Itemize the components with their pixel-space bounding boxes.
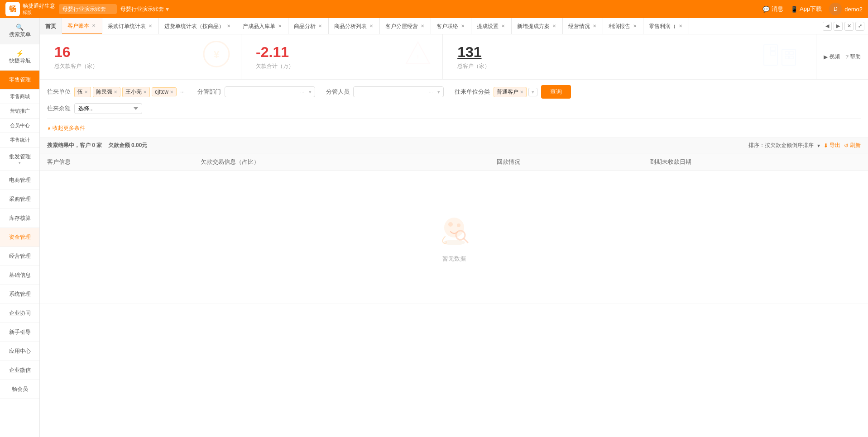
svg-point-15 [457, 223, 460, 227]
tab-customer-contact-close[interactable]: ✕ [460, 18, 465, 34]
sidebar-item-wholesale[interactable]: 批发管理 ▾ [0, 147, 39, 171]
sidebar-item-wechat[interactable]: 企业微信 [0, 361, 39, 380]
query-button[interactable]: 查询 [541, 85, 571, 99]
sidebar-item-search[interactable]: 🔍 搜索菜单 [0, 18, 39, 44]
username-label: demo2 [844, 6, 863, 13]
avatar: D [829, 3, 842, 15]
sidebar-item-operation[interactable]: 经营管理 [0, 247, 39, 266]
filter-tag-cjttcw-remove[interactable]: ✕ [170, 90, 173, 95]
filter-dept-wrapper: ▾ ··· [225, 86, 315, 97]
stat-value-customers[interactable]: 131 [457, 43, 481, 61]
logo-icon: 畅 [5, 2, 20, 16]
tab-customer-contact[interactable]: 客户联络 ✕ [431, 18, 471, 34]
tab-product-analysis-label: 商品分析 [294, 18, 316, 34]
tab-retail-profit[interactable]: 零售利润（ ✕ [643, 18, 689, 34]
industry-selector[interactable]: 母婴行业演示账套 [59, 4, 117, 14]
tab-customer-account-close[interactable]: ✕ [91, 18, 96, 34]
tab-production[interactable]: 产成品入库单 ✕ [237, 18, 288, 34]
collapse-btn[interactable]: ∧ 收起更多条件 [47, 121, 861, 136]
tab-customer-segment[interactable]: 客户分层经营 ✕ [380, 18, 431, 34]
filter-tag-wang-remove[interactable]: ✕ [143, 90, 147, 95]
tab-purchase-order-close[interactable]: ✕ [148, 18, 153, 34]
tab-customer-account[interactable]: 客户账本 ✕ [62, 18, 102, 34]
svg-rect-6 [771, 52, 775, 55]
sidebar-item-vip[interactable]: 畅会员 [0, 380, 39, 399]
tab-product-analysis-list[interactable]: 商品分析列表 ✕ [329, 18, 380, 34]
logo-text: 畅捷通好生意 [23, 3, 55, 10]
tab-retail-profit-close[interactable]: ✕ [678, 18, 683, 34]
sidebar-label-search: 搜索菜单 [2, 31, 38, 38]
tab-purchase-order[interactable]: 采购订单统计表 ✕ [102, 18, 159, 34]
sort-dropdown-icon[interactable]: ▾ [817, 142, 820, 149]
user-area[interactable]: D demo2 [829, 3, 863, 15]
message-btn[interactable]: 💬 消息 [762, 5, 783, 13]
dept-more-icon: ··· [300, 89, 304, 95]
customer-unit: 家 [96, 142, 102, 148]
filter-tag-normal-customer-remove[interactable]: ✕ [520, 90, 523, 95]
sidebar-item-ecommerce[interactable]: 电商管理 [0, 171, 39, 190]
tab-product-analysis-close[interactable]: ✕ [317, 18, 323, 34]
tab-product-analysis[interactable]: 商品分析 ✕ [288, 18, 329, 34]
download-label: App下载 [800, 5, 822, 13]
tab-product-analysis-list-close[interactable]: ✕ [369, 18, 374, 34]
filter-balance-select[interactable]: 选择... [74, 103, 142, 114]
tab-customer-segment-close[interactable]: ✕ [420, 18, 425, 34]
sort-label: 排序：按欠款金额倒序排序 [748, 142, 814, 149]
nav-tabs-bar: 首页 客户账本 ✕ 采购订单统计表 ✕ 进货单统计表（按商品） ✕ 产成品入库单… [40, 18, 868, 34]
page-content: ¥ 16 总欠款客户（家） ! [40, 34, 868, 437]
collapse-icon: ∧ [47, 125, 51, 132]
sidebar-item-newguide[interactable]: 新手引导 [0, 323, 39, 342]
top-bar-right: 💬 消息 📱 App下载 D demo2 [762, 3, 863, 15]
sidebar-item-inventory[interactable]: 库存核算 [0, 209, 39, 228]
tab-inbound-stat[interactable]: 进货单统计表（按商品） ✕ [159, 18, 237, 34]
tab-next-btn[interactable]: ▶ [834, 22, 843, 31]
tab-operation-status-close[interactable]: ✕ [592, 18, 597, 34]
sidebar-item-retail-shop[interactable]: 零售商城 [0, 90, 39, 104]
tab-product-analysis-list-label: 商品分析列表 [334, 18, 367, 34]
th-debt-info: 欠款交易信息（占比） [193, 153, 489, 171]
tab-profit-report-close[interactable]: ✕ [632, 18, 638, 34]
sidebar-label-enterprise: 企业协同 [2, 309, 38, 317]
tab-expand-btn[interactable]: ⤢ [855, 22, 864, 31]
tab-promotion-settings[interactable]: 提成设置 ✕ [471, 18, 512, 34]
sidebar-item-appcenter[interactable]: 应用中心 [0, 342, 39, 361]
sidebar-item-marketing[interactable]: 营销推广 [0, 104, 39, 119]
sidebar-item-system[interactable]: 系统管理 [0, 285, 39, 304]
export-label: 导出 [830, 142, 840, 149]
help-area: ▶ 视频 ? 帮助 [816, 34, 868, 79]
message-label: 消息 [772, 5, 783, 13]
tab-prev-btn[interactable]: ◀ [823, 22, 832, 31]
export-btn[interactable]: ⬇ 导出 [824, 142, 840, 149]
sidebar-item-enterprise[interactable]: 企业协同 [0, 304, 39, 323]
tab-new-promotion[interactable]: 新增提成方案 ✕ [512, 18, 563, 34]
sidebar: 🔍 搜索菜单 ⚡ 快捷导航 零售管理 零售商城 营销推广 会员中心 零售统计 [0, 18, 40, 437]
sidebar-item-purchase[interactable]: 采购管理 [0, 190, 39, 209]
filter-dept-label: 分管部门 [197, 88, 221, 96]
sidebar-item-retail[interactable]: 零售管理 [0, 71, 39, 90]
tab-inbound-stat-close[interactable]: ✕ [226, 18, 231, 34]
sidebar-item-quick[interactable]: ⚡ 快捷导航 [0, 44, 39, 71]
data-table: 客户信息 欠款交易信息（占比） 回款情况 到期未收款日期 [40, 153, 868, 304]
filter-tag-chen-remove[interactable]: ✕ [114, 90, 117, 95]
debt-text: 欠款金额 [108, 142, 130, 148]
filter-tag-wu-remove[interactable]: ✕ [84, 90, 88, 95]
filter-tag-more[interactable]: ··· [178, 88, 187, 96]
sidebar-item-retail-stat[interactable]: 零售统计 [0, 133, 39, 147]
refresh-btn[interactable]: ↺ 刷新 [844, 142, 861, 149]
unit-type-dropdown[interactable]: ▾ [528, 88, 537, 96]
sidebar-item-basic[interactable]: 基础信息 [0, 266, 39, 285]
video-help-btn[interactable]: ▶ 视频 [824, 53, 840, 61]
tab-close-all-btn[interactable]: ✕ [844, 22, 854, 31]
sidebar-item-member[interactable]: 会员中心 [0, 119, 39, 133]
tab-operation-status[interactable]: 经营情况 ✕ [563, 18, 603, 34]
industry-dropdown-icon[interactable]: ▾ [166, 5, 169, 13]
tab-production-close[interactable]: ✕ [277, 18, 283, 34]
tab-promotion-settings-close[interactable]: ✕ [500, 18, 506, 34]
tab-profit-report[interactable]: 利润报告 ✕ [603, 18, 643, 34]
sidebar-item-finance[interactable]: 资金管理 [0, 228, 39, 247]
tab-new-promotion-close[interactable]: ✕ [551, 18, 557, 34]
download-btn[interactable]: 📱 App下载 [791, 5, 822, 13]
manager-dropdown-icon: ▾ [437, 89, 440, 95]
help-btn[interactable]: ? 帮助 [845, 53, 861, 61]
tab-home[interactable]: 首页 [40, 18, 62, 34]
